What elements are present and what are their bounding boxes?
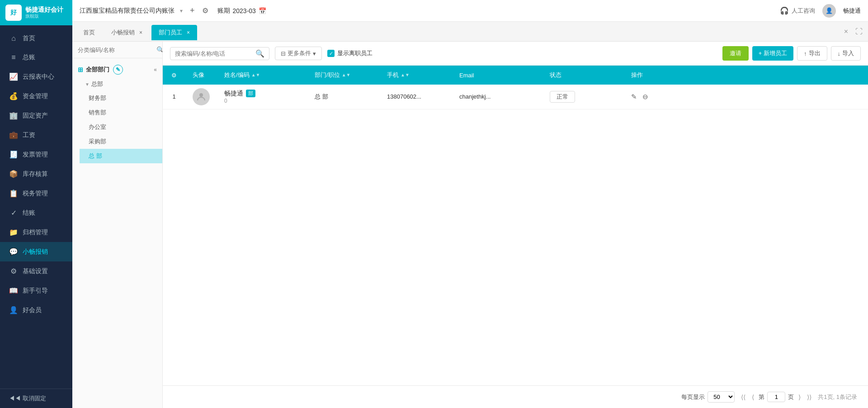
sidebar-item-expense[interactable]: 💬 小畅报销 [0,242,72,261]
root-dept-header[interactable]: 总部 [80,77,162,91]
period-value: 2023-03 [233,7,256,14]
employee-status: 正常 [550,91,575,103]
dept-tree-section: 总部 财务部 销售部 办公室 采购部 总 部 [72,77,162,163]
sidebar-item-assets[interactable]: 🏢 固定资产 [0,106,72,125]
sidebar-item-payroll[interactable]: 💼 工资 [0,125,72,145]
employee-search-input[interactable] [175,50,253,57]
sidebar-item-reports[interactable]: 📈 云报表中心 [0,67,72,86]
tab-expense[interactable]: 小畅报销 × [104,25,150,40]
th-avatar: 头像 [185,66,217,85]
toolbar-right: 邀请 + 新增员工 ↑ 导出 ↓ 导入 [722,46,861,61]
last-page-button[interactable]: ⟩⟩ [805,393,813,402]
row-dept-cell: 总 部 [307,85,380,109]
employee-badge: 部 [246,90,255,97]
guide-icon: 📖 [9,286,18,295]
tab-department[interactable]: 部门员工 × [151,25,197,40]
all-dept-header[interactable]: ⊞ 全部部门 ✎ « [72,62,162,77]
dept-search-input[interactable] [78,47,154,53]
employee-name: 畅捷通 [224,90,243,98]
tab-expand-button[interactable]: ⛶ [854,26,864,38]
dept-item-general[interactable]: 总 部 [80,149,162,163]
sidebar-item-guide[interactable]: 📖 新手引导 [0,281,72,300]
sidebar-item-funds[interactable]: 💰 资金管理 [0,86,72,106]
dept-edit-button[interactable]: ✎ [113,65,123,75]
show-resigned-checkbox[interactable]: ✓ [327,50,335,57]
cancel-fixed-label: ◀◀ 取消固定 [9,394,46,403]
th-email: Email [452,66,542,85]
sidebar-item-invoice[interactable]: 🧾 发票管理 [0,145,72,164]
reports-icon: 📈 [9,72,18,81]
prev-page-button[interactable]: ⟨ [750,393,756,402]
username-label: 畅捷通 [843,7,861,15]
export-button[interactable]: ↑ 导出 [797,46,827,61]
dept-sort-icon: ▲▼ [342,73,351,77]
employee-search-icon[interactable]: 🔍 [255,49,264,58]
sidebar-item-home[interactable]: ⌂ 首页 [0,29,72,48]
tab-department-close[interactable]: × [187,29,190,36]
settings-button[interactable]: ⚙ [202,6,208,15]
add-tab-button[interactable]: + [188,6,197,15]
sidebar-item-assets-label: 固定资产 [23,112,48,120]
sidebar-item-settings[interactable]: ⚙ 基础设置 [0,261,72,281]
tab-expense-label: 小畅报销 [111,28,135,37]
page-navigation: ⟨⟨ ⟨ 第 页 ⟩ ⟩⟩ [739,392,813,402]
filter-button[interactable]: ⊟ 更多条件 ▾ [275,47,322,60]
member-icon: 👤 [9,306,18,314]
employee-toolbar: 🔍 ⊟ 更多条件 ▾ ✓ 显示离职员工 邀请 + 新增员工 ↑ 导出 [163,42,868,66]
tab-home[interactable]: 首页 [76,25,102,40]
sidebar-item-settings-label: 基础设置 [23,267,48,275]
dept-item-office[interactable]: 办公室 [80,120,162,134]
dept-search-icon[interactable]: 🔍 [156,46,163,53]
close-period-icon: ✓ [9,209,18,217]
cancel-fixed-button[interactable]: ◀◀ 取消固定 [0,389,72,408]
sidebar-item-tax[interactable]: 📋 税务管理 [0,184,72,203]
export-label: 导出 [809,49,821,57]
import-button[interactable]: ↓ 导入 [831,46,861,61]
avatar-person-icon [196,91,207,102]
calendar-icon[interactable]: 📅 [259,7,266,14]
expense-icon: 💬 [9,247,18,256]
tab-expense-close[interactable]: × [139,29,142,36]
page-suffix: 页 [788,393,794,401]
add-employee-button[interactable]: + 新增员工 [752,46,793,61]
edit-employee-button[interactable]: ✎ [631,93,637,101]
exit-employee-button[interactable]: ⊖ [642,93,648,101]
sidebar-item-member[interactable]: 👤 好会员 [0,300,72,320]
sidebar-item-invoice-label: 发票管理 [23,151,48,159]
row-index: 1 [163,85,185,109]
company-name: 江西服宝精品有限责任公司内账张 [80,7,175,15]
next-page-button[interactable]: ⟩ [797,393,802,402]
employee-search-box: 🔍 [170,47,269,60]
invite-button[interactable]: 邀请 [722,46,749,61]
dept-item-purchase[interactable]: 采购部 [80,134,162,149]
action-buttons: ✎ ⊖ [631,93,861,101]
headset-icon: 🎧 [780,6,789,15]
dept-item-sales[interactable]: 销售部 [80,105,162,120]
th-phone[interactable]: 手机 ▲▼ [380,66,452,85]
tab-close-all-button[interactable]: × [842,26,850,38]
sidebar-item-archive[interactable]: 📁 归档管理 [0,223,72,242]
left-panel: 🔍 ⊞ 全部部门 ✎ « 总部 财务部 销售部 [72,42,163,408]
show-resigned-toggle[interactable]: ✓ 显示离职员工 [327,49,373,57]
sidebar-item-home-label: 首页 [23,34,35,43]
th-name[interactable]: 姓名/编码 ▲▼ [217,66,307,85]
sidebar: 好 畅捷通好会计 旗舰版 ⌂ 首页 ≡ 总账 📈 云报表中心 💰 资金管理 🏢 … [0,0,72,408]
sidebar-item-close[interactable]: ✓ 结账 [0,203,72,223]
th-settings[interactable]: ⚙ [163,66,185,85]
first-page-button[interactable]: ⟨⟨ [739,393,747,402]
page-input[interactable] [767,392,785,402]
dept-search-box: 🔍 [72,42,162,58]
dept-collapse-button[interactable]: « [154,66,157,73]
sidebar-item-funds-label: 资金管理 [23,92,48,100]
support-button[interactable]: 🎧 人工咨询 [780,6,815,15]
sidebar-item-inventory[interactable]: 📦 库存核算 [0,164,72,184]
company-dropdown-icon[interactable]: ▾ [180,8,183,14]
tax-icon: 📋 [9,189,18,198]
dept-item-finance[interactable]: 财务部 [80,91,162,105]
th-dept[interactable]: 部门/职位 ▲▼ [307,66,380,85]
row-phone-cell: 138070602... [380,85,452,109]
sidebar-item-tax-label: 税务管理 [23,190,48,198]
sidebar-item-ledger[interactable]: ≡ 总账 [0,48,72,67]
top-bar: 江西服宝精品有限责任公司内账张 ▾ + ⚙ 账期 2023-03 📅 🎧 人工咨… [72,0,868,22]
per-page-dropdown[interactable]: 50 10 20 100 [708,391,735,403]
